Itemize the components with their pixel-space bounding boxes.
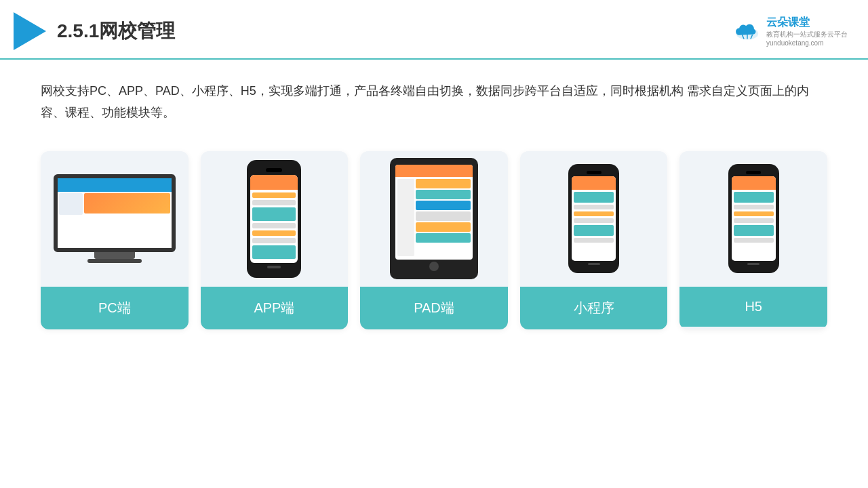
phone-small-btn-h5: [747, 263, 760, 265]
h5-row-6: [734, 238, 774, 243]
mini-row-6: [574, 238, 614, 243]
tablet-screen: [395, 165, 473, 260]
phone-row-4: [252, 223, 296, 228]
h5-row-1: [734, 192, 774, 203]
tablet-row-1: [416, 179, 471, 188]
card-pc-label: PC端: [41, 287, 189, 329]
phone-notch-app: [266, 168, 282, 172]
phone-small-notch-h5: [746, 171, 761, 174]
phone-small-content-h5: [732, 190, 776, 245]
phone-home-btn-app: [267, 266, 281, 268]
card-h5: H5: [679, 151, 827, 329]
pc-screen: [54, 174, 176, 252]
header-left: 2.5.1网校管理: [14, 12, 175, 50]
header: 2.5.1网校管理 云朵课堂 教育机构一站式服务云平台 yunduoketang…: [0, 0, 868, 60]
tablet-outer: [390, 158, 478, 279]
tablet-top-bar: [395, 165, 473, 177]
tablet-row-2: [416, 190, 471, 199]
mini-row-5: [574, 225, 614, 236]
phone-small-notch-mini: [587, 171, 601, 174]
tablet-main: [416, 179, 471, 256]
logo-text-group: 云朵课堂 教育机构一站式服务云平台 yunduoketang.com: [766, 16, 848, 47]
tablet-row-4: [416, 211, 471, 221]
h5-row-3: [734, 211, 774, 216]
card-pad-label: PAD端: [360, 287, 508, 329]
pc-banner: [84, 193, 170, 214]
phone-small-content-mini: [572, 190, 616, 245]
card-app: APP端: [201, 151, 349, 329]
card-h5-image: [679, 151, 827, 287]
main-content: 网校支持PC、APP、PAD、小程序、H5，实现多端打通，产品各终端自由切换，数…: [0, 60, 868, 343]
mini-row-3: [574, 211, 614, 216]
header-right: 云朵课堂 教育机构一站式服务云平台 yunduoketang.com: [732, 16, 848, 47]
pc-base: [87, 259, 142, 263]
phone-small-screen-mini: [572, 176, 616, 261]
cloud-icon: [732, 21, 762, 41]
card-mini-label: 小程序: [520, 287, 668, 329]
cloud-logo: 云朵课堂 教育机构一站式服务云平台 yunduoketang.com: [732, 16, 848, 47]
phone-top-bar-app: [250, 175, 298, 190]
pc-nav-bar: [58, 178, 172, 192]
phone-small-btn-mini: [588, 263, 600, 265]
phone-device-app: [247, 160, 301, 278]
card-mini-image: [520, 151, 668, 287]
logo-brand: 云朵课堂: [766, 16, 848, 30]
mini-row-2: [574, 205, 614, 209]
phone-row-5: [252, 230, 296, 236]
card-pad-image: [360, 151, 508, 287]
tablet-body: [395, 177, 473, 258]
tablet-row-6: [416, 233, 471, 243]
phone-content-app: [250, 190, 298, 262]
h5-row-4: [734, 218, 774, 223]
card-pc-image: [41, 151, 189, 287]
tablet-row-3: [416, 201, 471, 210]
description-text: 网校支持PC、APP、PAD、小程序、H5，实现多端打通，产品各终端自由切换，数…: [41, 80, 827, 124]
card-app-label: APP端: [201, 287, 349, 329]
cards-container: PC端: [41, 151, 827, 329]
logo-triangle-icon: [14, 12, 46, 50]
h5-row-5: [734, 225, 774, 236]
phone-small-outer-h5: [728, 164, 779, 273]
tablet-home-btn: [429, 262, 439, 271]
phone-screen-app: [250, 175, 298, 263]
tablet-device: [390, 158, 478, 279]
phone-small-screen-h5: [732, 176, 776, 261]
phone-row-3: [252, 207, 296, 221]
page-title: 2.5.1网校管理: [57, 18, 175, 44]
phone-device-mini: [568, 164, 619, 273]
logo-slogan: 教育机构一站式服务云平台: [766, 30, 848, 39]
phone-row-2: [252, 200, 296, 205]
pc-stand: [94, 252, 135, 259]
phone-small-top-mini: [572, 176, 616, 190]
card-app-image: [201, 151, 349, 287]
tablet-row-5: [416, 222, 471, 232]
card-mini-program: 小程序: [520, 151, 668, 329]
pc-sidebar: [59, 193, 83, 215]
card-pc: PC端: [41, 151, 189, 329]
h5-row-2: [734, 205, 774, 209]
card-h5-label: H5: [679, 287, 827, 327]
phone-outer-app: [247, 160, 301, 278]
tablet-sidebar: [397, 179, 414, 256]
phone-row-1: [252, 192, 296, 198]
pc-body: [58, 192, 172, 216]
phone-small-outer-mini: [568, 164, 619, 273]
pc-device: [54, 174, 176, 263]
phone-row-6: [252, 238, 296, 243]
phone-device-h5: [728, 164, 779, 273]
logo-url: yunduoketang.com: [766, 39, 848, 47]
card-pad: PAD端: [360, 151, 508, 329]
mini-row-1: [574, 192, 614, 203]
pc-main: [84, 193, 170, 215]
mini-row-4: [574, 218, 614, 223]
phone-row-7: [252, 245, 296, 259]
phone-small-top-h5: [732, 176, 776, 190]
